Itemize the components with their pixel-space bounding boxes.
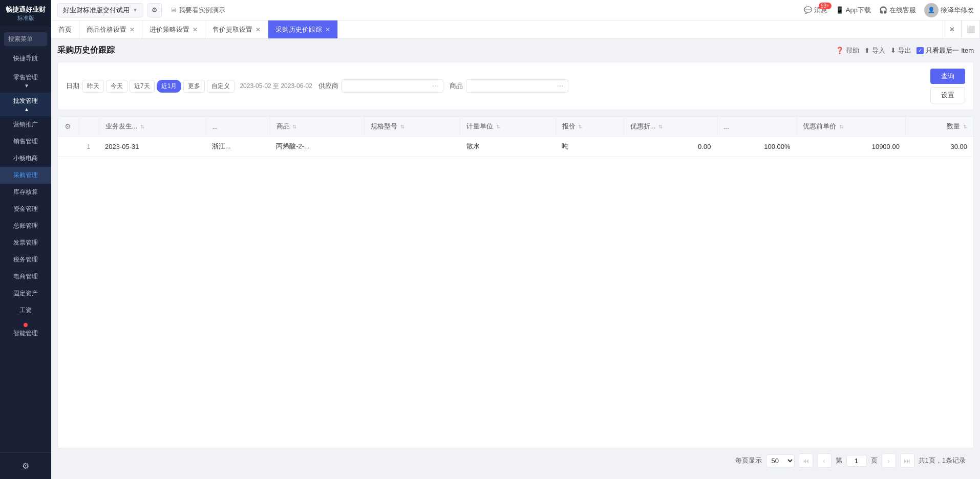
filter-row: 日期 昨天 今天 近7天 近1月 更多 自定义 2023-05-02 至 202… <box>66 69 965 103</box>
sidebar-item-smart[interactable]: 智能管理 <box>0 319 51 342</box>
topbar-settings-button[interactable]: ⚙ <box>147 3 162 17</box>
per-page-label: 每页显示 <box>735 456 762 465</box>
download-icon: 📱 <box>836 6 844 14</box>
sidebar-item-ecommerce-small[interactable]: 小畅电商 <box>0 150 51 167</box>
row-spec-cell <box>365 137 460 157</box>
last-page-button[interactable]: ⏭ <box>900 453 914 468</box>
tab-purchase-history[interactable]: 采购历史价跟踪 ✕ <box>268 20 338 39</box>
version-selector[interactable]: 好业财标准版交付试用 ▼ <box>57 3 143 17</box>
tab-purchase-strategy[interactable]: 进价策略设置 ✕ <box>142 20 205 39</box>
col-product[interactable]: 商品 ⇅ <box>270 117 365 137</box>
row-supplier-cell: 浙江... <box>206 137 270 157</box>
product-input[interactable] <box>471 82 557 90</box>
only-last-checkbox-area: ✓ 只看最后一 item <box>917 46 974 55</box>
prev-page-button[interactable]: ‹ <box>817 453 832 468</box>
close-tab-action-button[interactable]: ✕ <box>943 20 962 39</box>
monitor-icon: 🖥 <box>170 6 177 14</box>
date-quick-buttons: 昨天 今天 近7天 近1月 更多 自定义 <box>82 80 235 93</box>
sidebar-item-retail[interactable]: 零售管理 ▼ <box>0 69 51 93</box>
import-icon: ⬆ <box>864 47 870 54</box>
user-avatar: 👤 <box>924 3 939 17</box>
first-page-button[interactable]: ⏮ <box>799 453 813 468</box>
sidebar-item-payroll[interactable]: 工资 <box>0 302 51 319</box>
app-name: 畅捷通好业财 <box>4 5 47 14</box>
tab-product-price[interactable]: 商品价格设置 ✕ <box>79 20 142 39</box>
maximize-tab-button[interactable]: ⬜ <box>962 20 980 39</box>
filter-settings-button[interactable]: 设置 <box>930 87 965 103</box>
table-row: 1 2023-05-31 浙江... 丙烯酸-2-... <box>58 137 973 157</box>
date-yesterday-button[interactable]: 昨天 <box>82 80 104 93</box>
close-tab-purchase-strategy-icon[interactable]: ✕ <box>193 26 198 33</box>
sort-spec-icon: ⇅ <box>400 124 404 129</box>
col-unit[interactable]: 计量单位 ⇅ <box>460 117 556 137</box>
row-no-cell: 1 <box>78 137 99 157</box>
sidebar-item-wholesale[interactable]: 批发管理 ▲ <box>0 93 51 116</box>
customer-service-button[interactable]: 🎧 在线客服 <box>879 6 916 15</box>
export-button[interactable]: ⬇ 导出 <box>890 46 911 55</box>
supplier-dots[interactable]: ··· <box>432 81 439 91</box>
sidebar-item-invoice[interactable]: 发票管理 <box>0 234 51 251</box>
table-settings-icon[interactable]: ⚙ <box>65 122 71 130</box>
date-1month-button[interactable]: 近1月 <box>157 80 182 93</box>
version-selector-label: 好业财标准版交付试用 <box>63 6 130 15</box>
sidebar-item-quick-nav[interactable]: 快捷导航 <box>0 50 51 67</box>
sort-price-icon: ⇅ <box>578 124 582 129</box>
col-dots2[interactable]: ... <box>717 117 796 137</box>
col-date[interactable]: 业务发生... ⇅ <box>99 117 206 137</box>
date-label: 日期 <box>66 81 79 91</box>
sidebar-item-sales[interactable]: 销售管理 <box>0 133 51 150</box>
settings-icon[interactable]: ⚙ <box>0 457 51 475</box>
col-spec[interactable]: 规格型号 ⇅ <box>365 117 460 137</box>
sidebar-item-inventory[interactable]: 库存核算 <box>0 184 51 201</box>
chevron-icon: ▼ <box>24 83 29 89</box>
tab-sale-price[interactable]: 售价提取设置 ✕ <box>205 20 268 39</box>
export-icon: ⬇ <box>890 47 896 54</box>
sidebar-item-ecommerce[interactable]: 电商管理 <box>0 268 51 285</box>
sidebar-item-finance[interactable]: 资金管理 <box>0 201 51 217</box>
row-quantity-cell: 30.00 <box>906 137 973 157</box>
message-icon: 💬 <box>804 6 812 14</box>
col-before-price[interactable]: 优惠前单价 ⇅ <box>797 117 906 137</box>
col-dots1[interactable]: ... <box>206 117 270 137</box>
data-table: ⚙ 业务发生... ⇅ ... 商品 ⇅ <box>58 117 973 157</box>
per-page-select[interactable]: 50 10 20 100 <box>766 454 795 467</box>
question-icon: ❓ <box>836 47 844 54</box>
sidebar-item-fixed-assets[interactable]: 固定资产 <box>0 285 51 302</box>
sidebar-item-ledger[interactable]: 总账管理 <box>0 217 51 234</box>
close-tab-purchase-history-icon[interactable]: ✕ <box>325 26 330 33</box>
tab-home[interactable]: 首页 <box>51 20 79 39</box>
sort-quantity-icon: ⇅ <box>963 124 967 129</box>
search-menu-button[interactable]: 搜索菜单 <box>4 32 47 46</box>
app-download-button[interactable]: 📱 App下载 <box>836 6 871 15</box>
sidebar-item-tax[interactable]: 税务管理 <box>0 251 51 268</box>
import-button[interactable]: ⬆ 导入 <box>864 46 885 55</box>
sort-unit-icon: ⇅ <box>496 124 500 129</box>
supplier-input[interactable] <box>346 82 432 90</box>
product-input-wrap: ··· <box>466 79 568 93</box>
col-settings: ⚙ <box>58 117 78 137</box>
col-quantity[interactable]: 数量 ⇅ <box>906 117 973 137</box>
date-today-button[interactable]: 今天 <box>106 80 127 93</box>
user-profile-button[interactable]: 👤 徐泽华修改 <box>924 3 974 17</box>
sidebar-item-marketing[interactable]: 营销推广 <box>0 116 51 133</box>
tab-bar: 首页 商品价格设置 ✕ 进价策略设置 ✕ 售价提取设置 ✕ 采购历史价跟踪 ✕ … <box>51 20 980 39</box>
page-number-input[interactable] <box>846 455 867 467</box>
messages-badge: 99+ <box>819 3 832 9</box>
close-tab-sale-price-icon[interactable]: ✕ <box>255 26 261 33</box>
date-7days-button[interactable]: 近7天 <box>130 80 155 93</box>
col-discount[interactable]: 优惠折... ⇅ <box>624 117 717 137</box>
next-page-button[interactable]: › <box>882 453 896 468</box>
close-tab-product-price-icon[interactable]: ✕ <box>130 26 135 33</box>
help-link[interactable]: ❓ 帮助 <box>836 46 859 55</box>
row-product-cell: 丙烯酸-2-... <box>270 137 365 157</box>
messages-button[interactable]: 💬 消息 99+ <box>804 6 827 15</box>
tabs-actions: ✕ ⬜ <box>943 20 980 39</box>
product-dots[interactable]: ··· <box>557 81 563 91</box>
sidebar-item-purchase[interactable]: 采购管理 <box>0 167 51 184</box>
query-button[interactable]: 查询 <box>930 69 965 84</box>
col-price[interactable]: 报价 ⇅ <box>556 117 624 137</box>
date-more-button[interactable]: 更多 <box>183 80 205 93</box>
demo-link[interactable]: 🖥 我要看实例演示 <box>170 6 225 15</box>
only-last-checkbox[interactable]: ✓ <box>917 47 924 54</box>
date-custom-button[interactable]: 自定义 <box>207 80 235 93</box>
